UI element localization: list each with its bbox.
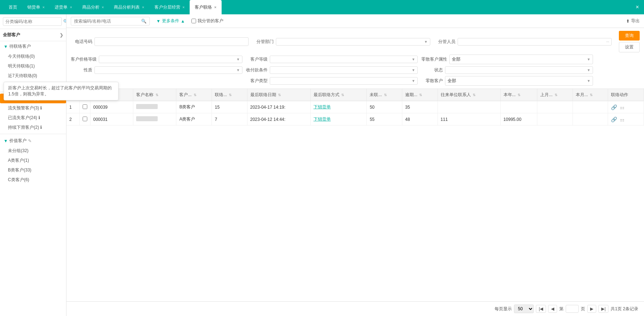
col-name[interactable]: 客户名称 ⇅: [133, 89, 176, 101]
col-unlink-days[interactable]: 未联... ⇅: [367, 89, 402, 101]
row-checkbox-1[interactable]: [83, 104, 87, 109]
sidebar-item-class-a[interactable]: A类客户(1): [0, 156, 66, 165]
cell-lastmonth-2: [537, 113, 573, 126]
field-phone-label: 电话号码: [71, 39, 92, 45]
status-select[interactable]: ▼: [445, 66, 593, 74]
nav-customer-contact[interactable]: 客户联络 ×: [190, 0, 221, 14]
contact-method-link-1[interactable]: 下销货单: [314, 104, 331, 109]
search-icon[interactable]: 🔍: [63, 19, 66, 24]
prev-page-button[interactable]: ◀: [548, 305, 557, 313]
more-filter-button[interactable]: ▼ 更多条件 ▲: [153, 16, 188, 25]
dept-select[interactable]: ▼: [276, 38, 430, 46]
col-last-month[interactable]: 上月... ⇅: [537, 89, 573, 101]
sidebar-value-customers-section[interactable]: ▼ 价值客户 ✎: [0, 136, 66, 146]
price-level-select[interactable]: ▼: [99, 56, 242, 63]
sidebar-item-churn-warning[interactable]: 流失预警客户(3) ℹ: [0, 103, 66, 113]
sidebar-item-churned[interactable]: 已流失客户(24) ℹ: [0, 113, 66, 123]
total-records-label: 共1页 2条记录: [611, 306, 638, 312]
col-contact-count[interactable]: 联络... ⇅: [212, 89, 247, 101]
sidebar-item-class-c[interactable]: C类客户(6): [0, 175, 66, 185]
sidebar-item-today-pending[interactable]: 今天待联络(0): [0, 52, 66, 61]
collapse-icon[interactable]: ❯: [60, 33, 63, 38]
sidebar-item-declining[interactable]: 持续下滑客户(2) ℹ: [0, 123, 66, 132]
manager-select[interactable]: ···: [458, 38, 612, 46]
payment-select[interactable]: ▼: [270, 66, 418, 74]
pagination-bar: 每页显示 50 20 100 |◀ ◀ 第 1 页 ▶ ▶| 共1页 2条记录: [66, 301, 644, 316]
customer-type-select[interactable]: ▼: [270, 77, 418, 85]
customer-level-select[interactable]: ▼: [270, 56, 418, 63]
sort-icon: ⇅: [419, 93, 422, 97]
sidebar-item-tomorrow-pending[interactable]: 明天待联络(1): [0, 61, 66, 71]
edit-icon[interactable]: ✎: [28, 138, 32, 143]
page-size-select[interactable]: 50 20 100: [514, 305, 534, 313]
last-page-button[interactable]: ▶|: [598, 305, 608, 313]
nature-select[interactable]: ▼: [94, 66, 242, 74]
nav-sales-order[interactable]: 销货单 ×: [22, 0, 50, 14]
sidebar-search-input[interactable]: [3, 17, 62, 26]
field-dept-label: 分管部门: [252, 39, 274, 45]
arrow-icon: ▼: [4, 44, 8, 49]
cell-code-1: 000039: [90, 101, 133, 113]
field-status: 状态 ▼: [421, 66, 593, 74]
col-this-month[interactable]: 本月... ⇅: [573, 89, 608, 101]
chevron-down-icon: ▼: [424, 40, 428, 44]
close-icon[interactable]: ×: [214, 5, 216, 9]
my-customer-checkbox-label[interactable]: 我分管的客户: [191, 18, 223, 24]
my-customer-checkbox[interactable]: [191, 19, 196, 23]
window-close-button[interactable]: ×: [631, 0, 644, 14]
nav-product-analysis[interactable]: 商品分析 ×: [77, 0, 109, 14]
nav-home[interactable]: 首页: [4, 0, 22, 14]
retail-select[interactable]: 全部▼: [445, 76, 593, 86]
nav-purchase-order[interactable]: 进货单 ×: [50, 0, 77, 14]
per-page-label: 每页显示: [495, 306, 512, 312]
first-page-button[interactable]: |◀: [536, 305, 546, 313]
col-customer-type[interactable]: 客户... ⇅: [176, 89, 212, 101]
col-year-amount[interactable]: 本年... ⇅: [500, 89, 537, 101]
next-page-button[interactable]: ▶: [587, 305, 596, 313]
field-phone: 电话号码: [71, 37, 249, 46]
nav-customer-segmentation[interactable]: 客户分层经营 ×: [149, 0, 190, 14]
retail-attr-select[interactable]: 全部▼: [449, 55, 593, 64]
sidebar-pending-contact-section[interactable]: ▼ 待联络客户: [0, 41, 66, 52]
filter-row-3: 性质 ▼ 收付款条件 ▼ 状态 ▼: [71, 66, 640, 74]
phone-input[interactable]: [94, 37, 249, 46]
more-icon-1[interactable]: ⚏: [620, 104, 625, 110]
close-icon[interactable]: ×: [42, 5, 45, 9]
close-icon[interactable]: ×: [102, 5, 104, 9]
col-overdue[interactable]: 逾期... ⇅: [402, 89, 437, 101]
sidebar-item-unclassified[interactable]: 未分组(32): [0, 146, 66, 156]
view-icon-2[interactable]: 🔗: [611, 117, 617, 122]
sidebar-item-class-b[interactable]: B类客户(33): [0, 165, 66, 175]
search-input[interactable]: [74, 19, 141, 24]
page-input[interactable]: 1: [566, 305, 579, 313]
nav-product-analysis-list[interactable]: 商品分析列表 ×: [109, 0, 149, 14]
field-dept: 分管部门 ▼: [252, 38, 430, 46]
col-last-contact-method[interactable]: 最后联络方式 ⇅: [310, 89, 367, 101]
more-icon-2[interactable]: ⚏: [620, 117, 625, 122]
col-contacts[interactable]: 往来单位联系人 ⇅: [437, 89, 500, 101]
close-icon[interactable]: ×: [142, 5, 144, 9]
query-button[interactable]: 查询: [619, 31, 640, 41]
cell-thismonth-1: [573, 101, 608, 113]
col-actions: 联络动作: [608, 89, 644, 101]
cell-lastmonth-1: [537, 101, 573, 113]
export-button[interactable]: ⬆ 导出: [626, 18, 640, 24]
col-last-contact-date[interactable]: 最后联络日期 ⇅: [247, 89, 310, 101]
settings-button[interactable]: 设置: [619, 42, 640, 52]
close-icon[interactable]: ×: [70, 5, 72, 9]
chevron-down-icon: ▼: [412, 68, 415, 72]
cell-last-date-2: 2023-04-12 14:44:: [247, 113, 310, 126]
view-icon-1[interactable]: 🔗: [611, 104, 617, 110]
field-payment: 收付款条件 ▼: [246, 66, 418, 74]
sort-icon: ⇅: [518, 93, 520, 97]
field-retail-attr: 零散客户属性 全部▼: [421, 55, 593, 64]
search-button[interactable]: 🔍: [141, 19, 147, 24]
close-icon[interactable]: ×: [182, 5, 185, 9]
sidebar-item-7days-pending[interactable]: 近7天待联络(0): [0, 71, 66, 81]
field-price-level-label: 客户价格等级: [71, 56, 97, 62]
chevron-up-icon: ▲: [181, 19, 185, 24]
field-retail-attr-label: 零散客户属性: [421, 56, 447, 62]
contact-method-link-2[interactable]: 下销货单: [314, 117, 331, 122]
cell-last-method-1: 下销货单: [310, 101, 367, 113]
row-checkbox-2[interactable]: [83, 117, 87, 121]
